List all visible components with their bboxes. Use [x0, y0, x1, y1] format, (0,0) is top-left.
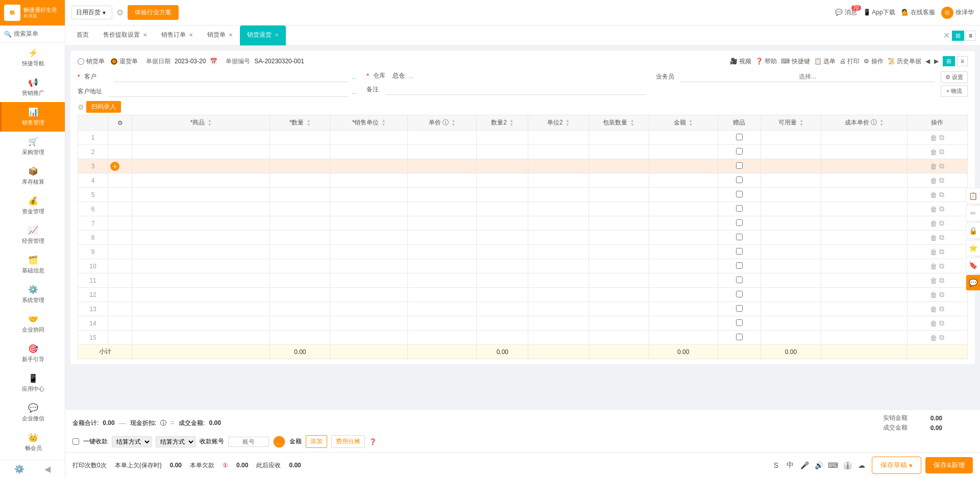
gift-cell[interactable] — [718, 159, 761, 173]
address-input[interactable] — [109, 86, 348, 97]
qty2-cell[interactable] — [477, 273, 528, 288]
unit-cell[interactable] — [330, 302, 408, 316]
qty-cell[interactable] — [270, 331, 330, 345]
col-header-amount[interactable]: 金额 ▲▼ — [649, 115, 718, 131]
qty2-cell[interactable] — [477, 231, 528, 245]
product-cell[interactable] — [132, 131, 270, 145]
right-panel-btn-4[interactable]: ⭐ — [966, 240, 980, 256]
unit-cell[interactable] — [330, 202, 408, 216]
price-input[interactable] — [410, 191, 474, 198]
product-cell[interactable] — [132, 302, 270, 316]
delete-row-icon[interactable]: 🗑 — [930, 319, 937, 328]
taskbar-icon-5[interactable]: ⌨ — [827, 459, 839, 471]
price-cell[interactable] — [408, 245, 477, 259]
price-input[interactable] — [410, 206, 474, 213]
amount-cell[interactable] — [649, 302, 718, 316]
delete-row-icon[interactable]: 🗑 — [930, 248, 937, 256]
unit-input[interactable] — [332, 263, 405, 270]
price-cell[interactable] — [408, 273, 477, 288]
product-cell[interactable] — [132, 288, 270, 302]
col-header-unit[interactable]: *销售单位 ▲▼ — [330, 115, 408, 131]
product-cell[interactable] — [132, 245, 270, 259]
pack-input[interactable] — [591, 220, 647, 227]
qty2-cell[interactable] — [477, 316, 528, 331]
pack-input[interactable] — [591, 234, 647, 241]
staff-input[interactable] — [680, 71, 935, 82]
delete-row-icon[interactable]: 🗑 — [930, 305, 937, 313]
product-input[interactable] — [134, 220, 267, 227]
unit2-cell[interactable] — [528, 131, 589, 145]
unit2-input[interactable] — [530, 306, 586, 313]
scan-btn[interactable]: 扫码录入 — [86, 101, 121, 113]
col-header-price[interactable]: 单价 ⓘ ▲▼ — [408, 115, 477, 131]
sidebar-item-operations[interactable]: 📈 经营管理 — [0, 220, 65, 250]
unit-cell[interactable] — [330, 159, 408, 173]
tab-sales-delivery[interactable]: 销货单 ✕ — [200, 26, 240, 45]
qty-input[interactable] — [272, 277, 328, 284]
gift-cell[interactable] — [718, 173, 761, 188]
taskbar-icon-2[interactable]: 中 — [784, 459, 796, 471]
unit2-input[interactable] — [530, 248, 586, 256]
unit-input[interactable] — [332, 220, 405, 227]
settings-btn[interactable]: ⚙ 设置 — [941, 71, 968, 83]
pack-cell[interactable] — [589, 259, 649, 273]
pack-cell[interactable] — [589, 173, 649, 188]
qty-cell[interactable] — [270, 216, 330, 231]
price-input[interactable] — [410, 234, 474, 241]
copy-row-icon[interactable]: ⧉ — [939, 276, 944, 285]
unit2-cell[interactable] — [528, 273, 589, 288]
copy-row-icon[interactable]: ⧉ — [939, 133, 944, 142]
unit-input[interactable] — [332, 177, 405, 184]
product-input[interactable] — [134, 206, 267, 213]
tab-close-sales-order[interactable]: ✕ — [189, 32, 193, 38]
industry-select[interactable]: 日用百货 ▾ — [71, 6, 112, 19]
product-cell[interactable] — [132, 331, 270, 345]
qty-cell[interactable] — [270, 173, 330, 188]
amount-cell[interactable] — [649, 131, 718, 145]
pack-cell[interactable] — [589, 145, 649, 159]
sidebar-item-finance[interactable]: 💰 资金管理 — [0, 191, 65, 220]
gift-checkbox[interactable] — [736, 234, 743, 240]
gift-cell[interactable] — [718, 245, 761, 259]
sidebar-item-marketing[interactable]: 📢 营销推广 — [0, 72, 65, 102]
amount-cell[interactable] — [649, 145, 718, 159]
copy-row-icon[interactable]: ⧉ — [939, 305, 944, 313]
gift-checkbox[interactable] — [736, 177, 743, 183]
product-cell[interactable] — [132, 316, 270, 331]
gift-checkbox[interactable] — [736, 162, 743, 169]
unit-cell[interactable] — [330, 331, 408, 345]
col-header-gear[interactable]: ⚙ — [108, 115, 132, 131]
amount-input[interactable] — [651, 220, 716, 227]
tab-sales-order[interactable]: 销售订单 ✕ — [154, 26, 200, 45]
price-input[interactable] — [410, 277, 474, 284]
unit2-cell[interactable] — [528, 288, 589, 302]
product-cell[interactable] — [132, 173, 270, 188]
close-all-tabs[interactable]: ✕ — [943, 31, 950, 40]
product-input[interactable] — [134, 320, 267, 327]
unit2-input[interactable] — [530, 234, 586, 241]
view-btn-list[interactable]: ≡ — [965, 31, 976, 41]
price-input[interactable] — [410, 148, 474, 156]
pack-input[interactable] — [591, 263, 647, 270]
unit-cell[interactable] — [330, 131, 408, 145]
qty2-input[interactable] — [479, 334, 526, 341]
ops-btn[interactable]: ⚙ 操作 — [864, 57, 883, 66]
right-panel-btn-6[interactable]: 💬 — [966, 274, 980, 291]
qty2-cell[interactable] — [477, 245, 528, 259]
taskbar-icon-3[interactable]: 🎤 — [798, 459, 811, 471]
product-input[interactable] — [134, 148, 267, 156]
unit-input[interactable] — [332, 277, 405, 284]
video-btn[interactable]: 🎥 视频 — [730, 57, 751, 66]
gift-checkbox[interactable] — [736, 291, 743, 297]
pack-cell[interactable] — [589, 202, 649, 216]
logistics-btn[interactable]: + 物流 — [941, 85, 968, 97]
pack-cell[interactable] — [589, 288, 649, 302]
expense-split-btn[interactable]: 费用分摊 — [331, 435, 365, 448]
gift-cell[interactable] — [718, 302, 761, 316]
pack-cell[interactable] — [589, 131, 649, 145]
right-panel-btn-1[interactable]: 📋 — [966, 188, 980, 204]
qty2-cell[interactable] — [477, 188, 528, 202]
product-input[interactable] — [134, 163, 267, 170]
qty2-cell[interactable] — [477, 202, 528, 216]
amount-input[interactable] — [651, 334, 716, 341]
